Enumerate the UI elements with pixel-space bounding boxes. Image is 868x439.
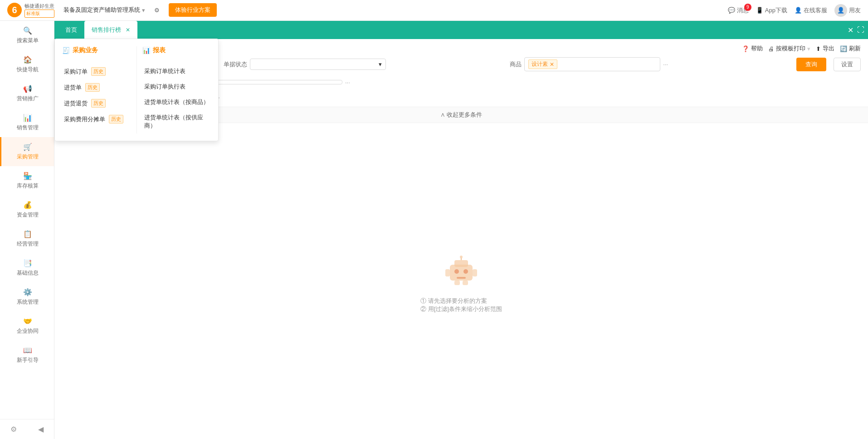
- collapse-icon: ∧: [440, 111, 445, 118]
- salesman-select[interactable]: [206, 80, 342, 84]
- doc-status-select[interactable]: ▾: [250, 59, 386, 70]
- settings-button[interactable]: 设置: [834, 58, 861, 71]
- hist-badge-expense: 历史: [109, 115, 123, 123]
- basic-info-icon: 📑: [23, 259, 32, 267]
- tab-sales-rank-label: 销售排行榜: [92, 26, 121, 34]
- report-icon: 📊: [142, 47, 150, 54]
- svg-rect-8: [473, 269, 477, 276]
- marketing-icon: 📢: [23, 84, 32, 93]
- menu-item-incoming-supplier-label: 进货单统计表（按供应商）: [144, 113, 210, 130]
- menu-item-expense[interactable]: 采购费用分摊单 历史: [62, 111, 131, 127]
- industry-btn[interactable]: 体验行业方案: [169, 3, 217, 17]
- logo-area: 6 畅捷通好生意 标准版: [7, 3, 54, 17]
- sidebar-item-enterprise[interactable]: 🤝 企业协同: [0, 311, 54, 340]
- refresh-action[interactable]: 🔄 刷新: [840, 44, 861, 53]
- menu-item-incoming-goods[interactable]: 进货单统计表（按商品）: [142, 94, 211, 110]
- finance-icon: 💰: [23, 201, 32, 209]
- system-title: 装备及固定资产辅助管理系统: [63, 6, 140, 14]
- sidebar-item-enterprise-label: 企业协同: [17, 327, 39, 335]
- sidebar-item-purchase-label: 采购管理: [17, 153, 39, 161]
- sidebar-item-inventory[interactable]: 🏪 库存核算: [0, 166, 54, 195]
- purchase-business-icon: 🧾: [62, 47, 70, 54]
- logo-text-block: 畅捷通好生意 标准版: [24, 3, 54, 17]
- sidebar-settings-icon[interactable]: ⚙: [10, 425, 17, 434]
- message-action[interactable]: 💬 消息 9: [728, 6, 749, 15]
- help-icon: ❓: [742, 45, 749, 52]
- menu-col-business-title: 🧾 采购业务: [62, 46, 131, 58]
- menu-item-incoming-supplier[interactable]: 进货单统计表（按供应商）: [142, 110, 211, 133]
- app-download-label: App下载: [765, 6, 787, 15]
- doc-status-label: 单据状态: [224, 60, 247, 69]
- tab-home[interactable]: 首页: [58, 21, 84, 39]
- sidebar: 🔍 搜索菜单 🏠 快捷导航 📢 营销推广 📊 销售管理 🛒 采购管: [0, 21, 54, 439]
- empty-text-block: ① 请先选择要分析的方案 ② 用[过滤]条件来缩小分析范围: [420, 297, 502, 313]
- dropdown-arrow-icon: ▾: [142, 7, 145, 14]
- goods-select[interactable]: 设计素 ✕: [524, 57, 660, 71]
- sidebar-item-search[interactable]: 🔍 搜索菜单: [0, 21, 54, 50]
- tab-window-close-icon[interactable]: ✕: [848, 26, 853, 35]
- inventory-icon: 🏪: [23, 172, 32, 180]
- logo-icon: 6: [7, 3, 22, 17]
- tab-sales-rank[interactable]: 销售排行榜 ✕: [84, 21, 137, 39]
- export-action[interactable]: ⬆ 导出: [816, 44, 834, 53]
- menu-col-business-label: 采购业务: [73, 46, 98, 54]
- service-icon: 👤: [795, 7, 802, 14]
- sidebar-item-guide-label: 新手引导: [17, 356, 39, 364]
- sidebar-item-quick-nav[interactable]: 🏠 快捷导航: [0, 50, 54, 79]
- online-service-action[interactable]: 👤 在线客服: [795, 6, 827, 15]
- message-badge: 9: [744, 4, 751, 11]
- svg-point-2: [454, 269, 459, 274]
- system-title-dropdown[interactable]: 装备及固定资产辅助管理系统 ▾: [60, 6, 145, 14]
- search-button[interactable]: 查询: [796, 58, 826, 71]
- svg-rect-1: [454, 260, 468, 267]
- svg-rect-9: [454, 281, 460, 285]
- sidebar-item-marketing[interactable]: 📢 营销推广: [0, 79, 54, 108]
- menu-item-incoming-goods-label: 进货单统计表（按商品）: [144, 98, 209, 106]
- svg-rect-4: [457, 277, 466, 279]
- print-action[interactable]: 🖨 按模板打印 ▾: [768, 44, 810, 53]
- app-download-action[interactable]: 📱 App下载: [756, 6, 787, 15]
- menu-item-return[interactable]: 进货退货 历史: [62, 95, 131, 111]
- sidebar-bottom: ⚙ ◀: [0, 419, 54, 439]
- settings-gear-icon[interactable]: ⚙: [151, 4, 163, 16]
- menu-item-order-exec[interactable]: 采购订单执行表: [142, 79, 211, 94]
- refresh-icon: 🔄: [840, 45, 847, 52]
- user-action[interactable]: 👤 用友: [834, 4, 861, 17]
- tab-maximize-icon[interactable]: ⛶: [857, 26, 864, 34]
- menu-item-purchase-order-label: 采购订单: [64, 68, 88, 76]
- sidebar-item-sales[interactable]: 📊 销售管理: [0, 108, 54, 137]
- sidebar-item-system-label: 系统管理: [17, 298, 39, 306]
- menu-item-incoming[interactable]: 进货单 历史: [62, 79, 131, 95]
- menu-item-expense-label: 采购费用分摊单: [64, 115, 105, 123]
- salesman-more-btn[interactable]: ···: [345, 79, 350, 86]
- sidebar-item-basic-info-label: 基础信息: [17, 269, 39, 277]
- sidebar-item-operations[interactable]: 📋 经营管理: [0, 224, 54, 253]
- sidebar-item-purchase[interactable]: 🛒 采购管理: [0, 137, 54, 166]
- goods-label: 商品: [510, 60, 522, 69]
- empty-tip2: ② 用[过滤]条件来缩小分析范围: [420, 305, 502, 313]
- menu-column-reports: 📊 报表 采购订单统计表 采购订单执行表 进货单统计表（按商品） 进货单统计表（…: [142, 46, 211, 133]
- guide-icon: 📖: [23, 346, 32, 355]
- menu-item-return-label: 进货退货: [64, 99, 88, 108]
- tab-close-icon[interactable]: ✕: [126, 27, 130, 33]
- hist-badge-return: 历史: [91, 99, 106, 108]
- goods-more-btn[interactable]: ···: [663, 61, 668, 68]
- sidebar-collapse-icon[interactable]: ◀: [38, 425, 44, 434]
- sidebar-item-finance[interactable]: 💰 资金管理: [0, 195, 54, 224]
- hist-badge-purchase-order: 历史: [91, 67, 106, 76]
- enterprise-icon: 🤝: [23, 317, 32, 326]
- sidebar-item-basic-info[interactable]: 📑 基础信息: [0, 253, 54, 282]
- tab-home-label: 首页: [65, 26, 77, 34]
- menu-item-order-exec-label: 采购订单执行表: [144, 83, 185, 91]
- purchase-icon: 🛒: [23, 143, 32, 151]
- menu-item-order-stats-label: 采购订单统计表: [144, 67, 185, 75]
- menu-item-order-stats[interactable]: 采购订单统计表: [142, 64, 211, 79]
- menu-item-purchase-order[interactable]: 采购订单 历史: [62, 64, 131, 79]
- help-action[interactable]: ❓ 帮助: [742, 44, 763, 53]
- logo-badge: 标准版: [24, 10, 54, 18]
- sidebar-item-guide[interactable]: 📖 新手引导: [0, 340, 54, 370]
- sidebar-item-system[interactable]: ⚙️ 系统管理: [0, 282, 54, 311]
- goods-tag-close[interactable]: ✕: [550, 61, 554, 68]
- svg-rect-10: [463, 281, 468, 285]
- tab-bar: 首页 销售排行榜 ✕ ✕ ⛶: [54, 21, 868, 39]
